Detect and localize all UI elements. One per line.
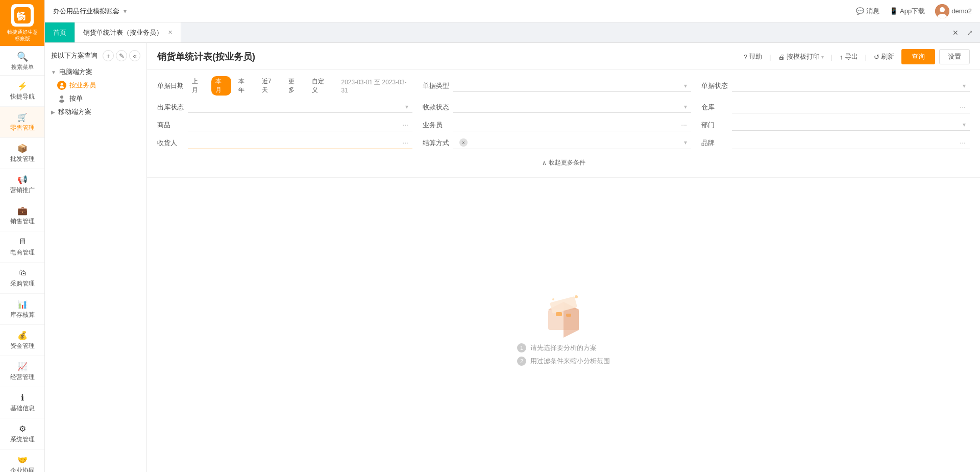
doc-type-label: 单据类型 (423, 81, 453, 90)
empty-tip-1: 1 请先选择要分析的方案 (517, 343, 610, 352)
settlement-select[interactable]: × ▾ (453, 136, 691, 149)
filter-item-stock-status: 出库状态 ▾ (157, 101, 412, 113)
sidebar-item-purchase-label: 采购管理 (10, 279, 35, 288)
template-print-button[interactable]: 🖨 按模板打印 ▾ (775, 50, 827, 63)
page-header: 销货单统计表(按业务员) ? 帮助 | 🖨 按模板打印 ▾ | ↑ (147, 43, 980, 70)
export-icon: ↑ (840, 53, 843, 61)
sidebar-item-basic-info[interactable]: ℹ 基础信息 (0, 387, 44, 418)
enterprise-icon: 🤝 (17, 455, 28, 465)
sidebar-item-ecommerce[interactable]: 🖥 电商管理 (0, 231, 44, 263)
date-range-display: 2023-03-01 至 2023-03-31 (341, 78, 412, 94)
sidebar: 畅 畅捷通好生意 标账版 🔍 搜索菜单 ⚡ 快捷导航 🛒 零售管理 📦 批发管理… (0, 0, 45, 472)
tree-sub-item-by-order[interactable]: 按单 (57, 92, 146, 105)
empty-tip-2-label: 用过滤条件来缩小分析范围 (530, 357, 610, 366)
filter-area: 单据日期 上月 本月 本年 近7天 更多 自定义 2023-03-01 至 20… (147, 70, 980, 178)
tab-sales-stat[interactable]: 销货单统计表（按业务员） ✕ (75, 22, 181, 42)
product-select[interactable]: ··· (188, 119, 412, 131)
add-scheme-button[interactable]: + (103, 50, 114, 61)
tree-sub-item-by-salesperson[interactable]: 按业务员 (57, 79, 146, 92)
settlement-clear-tag[interactable]: × (459, 138, 468, 147)
salesperson-more-icon: ··· (681, 121, 687, 129)
filter-item-doc-status: 单据状态 ▾ (701, 80, 970, 92)
sidebar-item-basic-info-label: 基础信息 (10, 404, 35, 413)
department-dropdown-icon: ▾ (963, 121, 966, 128)
empty-state: 1 请先选择要分析的方案 2 用过滤条件来缩小分析范围 (147, 178, 980, 472)
svg-point-14 (552, 298, 554, 300)
filter-item-consignee: 收货人 ··· (157, 136, 412, 149)
date-tab-this-month[interactable]: 本月 (211, 76, 232, 96)
date-tab-more[interactable]: 更多 (284, 76, 305, 96)
finance-icon: 💰 (17, 330, 28, 340)
sales-icon: 💼 (17, 205, 28, 216)
collapse-panel-button[interactable]: « (129, 50, 140, 61)
tree-item-desktop-label: 电脑端方案 (59, 67, 92, 77)
empty-text: 1 请先选择要分析的方案 2 用过滤条件来缩小分析范围 (517, 343, 610, 366)
refresh-button[interactable]: ↺ 刷新 (871, 50, 897, 63)
refresh-icon: ↺ (874, 53, 879, 61)
payment-status-select[interactable]: ▾ (453, 101, 691, 113)
tab-home[interactable]: 首页 (45, 22, 75, 42)
sidebar-item-system[interactable]: ⚙ 系统管理 (0, 418, 44, 450)
sidebar-item-enterprise[interactable]: 🤝 企业协同 (0, 450, 44, 472)
date-tab-7days[interactable]: 近7天 (258, 76, 281, 96)
product-label: 商品 (157, 121, 188, 130)
sidebar-item-inventory-label: 库存核算 (10, 311, 35, 319)
message-button[interactable]: 💬 消息 (856, 7, 879, 16)
sidebar-item-finance[interactable]: 💰 资金管理 (0, 325, 44, 356)
consignee-input[interactable]: ··· (188, 136, 412, 149)
tab-close-all-button[interactable]: ✕ (949, 27, 962, 39)
sidebar-item-retail[interactable]: 🛒 零售管理 (0, 107, 44, 138)
settings-button[interactable]: 设置 (939, 49, 970, 64)
ecommerce-icon: 🖥 (17, 237, 28, 247)
app-download-button[interactable]: 📱 App下载 (890, 7, 925, 16)
doc-type-select[interactable]: ▾ (453, 80, 691, 92)
sidebar-item-purchase[interactable]: 🛍 采购管理 (0, 263, 44, 294)
logo-icon: 畅 (11, 4, 34, 27)
sidebar-item-marketing-label: 营销推广 (10, 186, 35, 195)
edit-scheme-button[interactable]: ✎ (116, 50, 127, 61)
query-button[interactable]: 查询 (901, 49, 935, 64)
date-filter: 上月 本月 本年 近7天 更多 自定义 2023-03-01 至 2023-03… (188, 76, 412, 96)
department-select[interactable]: ▾ (732, 119, 970, 131)
tab-expand-button[interactable]: ⤢ (964, 27, 976, 39)
filter-row-2: 出库状态 ▾ 收款状态 ▾ (157, 101, 970, 113)
svg-point-3 (940, 7, 945, 12)
export-button[interactable]: ↑ 导出 (837, 50, 861, 63)
help-button[interactable]: ? 帮助 (741, 50, 765, 63)
breadcrumb-dropdown-icon[interactable]: ▾ (124, 8, 127, 15)
sidebar-item-marketing[interactable]: 📢 营销推广 (0, 169, 44, 200)
stock-status-dropdown-icon: ▾ (405, 103, 408, 110)
filter-item-brand: 品牌 ··· (701, 136, 970, 149)
salesperson-select[interactable]: ··· (453, 119, 691, 131)
date-tab-custom[interactable]: 自定义 (308, 76, 334, 96)
stock-status-select[interactable]: ▾ (188, 101, 412, 113)
date-tab-this-year[interactable]: 本年 (234, 76, 255, 96)
sidebar-item-wholesale[interactable]: 📦 批发管理 (0, 138, 44, 169)
filter-item-settlement: 结算方式 × ▾ (423, 136, 691, 149)
message-label: 消息 (866, 7, 879, 16)
sidebar-item-sales[interactable]: 💼 销售管理 (0, 200, 44, 231)
topbar-left: 办公用品行业模拟账套 ▾ (53, 7, 127, 16)
sidebar-item-quick-nav[interactable]: ⚡ 快捷导航 (0, 76, 44, 107)
doc-status-select[interactable]: ▾ (732, 80, 970, 92)
sidebar-item-operations[interactable]: 📈 经营管理 (0, 356, 44, 387)
search-menu-item[interactable]: 🔍 搜索菜单 (0, 46, 44, 76)
payment-status-label: 收款状态 (423, 103, 453, 112)
filter-item-payment-status: 收款状态 ▾ (423, 101, 691, 113)
tree-item-desktop[interactable]: ▼ 电脑端方案 (45, 65, 146, 79)
user-profile[interactable]: demo2 (935, 4, 972, 18)
svg-point-7 (60, 96, 63, 99)
brand-select[interactable]: ··· (732, 136, 970, 149)
tree-item-mobile[interactable]: ▶ 移动端方案 (45, 105, 146, 119)
template-print-dropdown-icon: ▾ (821, 54, 824, 60)
tree-item-mobile-label: 移动端方案 (58, 107, 91, 116)
filter-row-4: 收货人 ··· 结算方式 × ▾ (157, 136, 970, 149)
warehouse-select[interactable]: ··· (732, 101, 970, 113)
sidebar-item-inventory[interactable]: 📊 库存核算 (0, 294, 44, 325)
by-order-icon (57, 94, 66, 103)
date-tab-last-month[interactable]: 上月 (188, 76, 208, 96)
tab-sales-stat-close[interactable]: ✕ (168, 29, 173, 36)
collapse-more-button[interactable]: ∧ 收起更多条件 (157, 154, 970, 171)
sidebar-nav: ⚡ 快捷导航 🛒 零售管理 📦 批发管理 📢 营销推广 💼 销售管理 🖥 电商管… (0, 76, 44, 472)
app-logo[interactable]: 畅 畅捷通好生意 标账版 (0, 0, 44, 46)
